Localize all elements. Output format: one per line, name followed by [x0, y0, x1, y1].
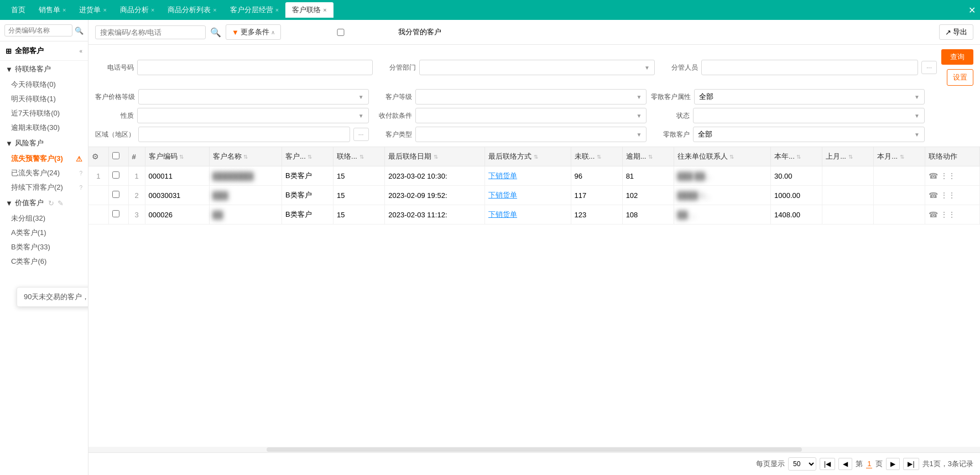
search-button[interactable]: 🔍 — [210, 27, 221, 38]
sidebar-item-churn-warning[interactable]: 流失预警客户(3) ⚠ — [0, 152, 88, 166]
col-name-sort[interactable]: ⇅ — [243, 154, 248, 160]
col-last-method-sort[interactable]: ⇅ — [534, 154, 538, 160]
filter-customer-level-select[interactable]: ▼ — [415, 89, 647, 105]
prev-page-button[interactable]: ◀ — [838, 458, 852, 470]
section-edit-icon[interactable]: ✎ — [58, 199, 64, 207]
row3-contact-icon[interactable]: ☎ — [929, 210, 938, 219]
customers-table: ⚙ # 客户编码 ⇅ 客户名称 ⇅ — [88, 147, 980, 225]
nav-tab-analysis-list[interactable]: 商品分析列表 × — [161, 2, 223, 18]
col-type-sort[interactable]: ⇅ — [307, 154, 312, 160]
sidebar-all-customers[interactable]: ⊞ 全部客户 « — [0, 41, 88, 61]
export-button[interactable]: ↗ 导出 — [939, 24, 973, 40]
row1-contact-icon[interactable]: ☎ — [929, 171, 938, 180]
row2-last-method-link[interactable]: 下销货单 — [488, 191, 517, 199]
last-page-button[interactable]: ▶| — [903, 458, 919, 470]
filter-retail-customer-select[interactable]: 全部 ▼ — [693, 127, 925, 142]
filter-price-level-select[interactable]: ▼ — [138, 89, 369, 105]
filter-dept-select[interactable]: ▼ — [419, 60, 655, 75]
row1-checkbox[interactable] — [112, 171, 119, 179]
section-label-3: 价值客户 — [15, 198, 44, 208]
row2-more-icon[interactable]: ⋮⋮ — [940, 191, 956, 200]
row3-name-blurred: ██ — [213, 211, 223, 219]
row2-checkbox[interactable] — [112, 191, 119, 198]
sidebar-item-a-class[interactable]: A类客户(1) — [0, 226, 88, 240]
first-page-button[interactable]: |◀ — [820, 458, 835, 470]
row3-more-icon[interactable]: ⋮⋮ — [940, 210, 956, 219]
filter-phone-input[interactable] — [137, 60, 373, 75]
sidebar-item-churned[interactable]: 已流失客户(24) ? — [0, 166, 88, 180]
filter-payment-select[interactable]: ▼ — [415, 108, 647, 123]
col-unit-contact-sort[interactable]: ⇅ — [729, 154, 734, 160]
sidebar-item-overdue[interactable]: 逾期未联络(30) — [0, 121, 88, 135]
table-settings-icon[interactable]: ⚙ — [92, 152, 99, 161]
nav-tab-purchase-close[interactable]: × — [103, 7, 106, 13]
col-code-sort[interactable]: ⇅ — [179, 154, 184, 160]
col-this-year-sort[interactable]: ⇅ — [796, 154, 801, 160]
col-this-year-label: 本年... — [774, 152, 795, 160]
row3-last-method-link[interactable]: 下销货单 — [488, 210, 517, 218]
filter-retail-attr-select[interactable]: 全部 ▼ — [694, 89, 925, 105]
row1-last-method: 下销货单 — [484, 166, 571, 186]
settings-button[interactable]: 设置 — [947, 69, 973, 86]
col-uncontacted-sort[interactable]: ⇅ — [597, 154, 601, 160]
nav-tab-customer-tier-close[interactable]: × — [275, 7, 279, 13]
row1-this-month — [874, 166, 925, 186]
sidebar-search-input[interactable] — [4, 24, 72, 36]
select-all-checkbox[interactable] — [112, 152, 119, 159]
my-customers-checkbox[interactable] — [285, 29, 396, 36]
row2-contact-icon[interactable]: ☎ — [929, 191, 938, 200]
filter-dept-label: 分管部门 — [377, 63, 416, 72]
sidebar-item-churned-icon: ? — [79, 170, 82, 176]
nav-tab-analysis-close[interactable]: × — [151, 7, 154, 13]
nav-tab-customer-contact-close[interactable]: × — [323, 7, 326, 13]
filter-status: 状态 ▼ — [651, 108, 925, 123]
col-contact-sort[interactable]: ⇅ — [359, 154, 364, 160]
nav-tab-customer-contact[interactable]: 客户联络 × — [285, 2, 333, 18]
row1-more-icon[interactable]: ⋮⋮ — [940, 171, 956, 180]
search-input[interactable] — [95, 25, 206, 39]
col-this-month-sort[interactable]: ⇅ — [900, 154, 904, 160]
filter-manager-select[interactable] — [701, 60, 918, 75]
sidebar-search-icon[interactable]: 🔍 — [75, 27, 84, 35]
filter-nature-select[interactable]: ▼ — [137, 108, 369, 123]
filter-status-select[interactable]: ▼ — [693, 108, 925, 123]
row3-uncontacted: 123 — [571, 205, 622, 225]
row3-checkbox[interactable] — [112, 210, 119, 217]
section-value-customers[interactable]: ▼ 价值客户 ↻ ✎ — [0, 195, 88, 211]
sidebar-item-today[interactable]: 今天待联络(0) — [0, 77, 88, 92]
sidebar-item-c-class[interactable]: C类客户(6) — [0, 254, 88, 269]
row1-unit-contact: ███ ██... — [674, 166, 770, 186]
nav-tab-sales-close[interactable]: × — [62, 7, 66, 13]
row3-action-icons: ☎ ⋮⋮ — [929, 210, 976, 219]
sidebar-item-declining[interactable]: 持续下滑客户(2) ? — [0, 180, 88, 195]
col-overdue-sort[interactable]: ⇅ — [648, 154, 653, 160]
nav-tab-sales[interactable]: 销售单 × — [32, 2, 72, 18]
query-button[interactable]: 查询 — [941, 49, 973, 65]
more-conditions-button[interactable]: ▼ 更多条件 ∧ — [226, 24, 281, 40]
sidebar-item-b-class[interactable]: B类客户(33) — [0, 240, 88, 254]
filter-customer-type-select[interactable]: ▼ — [415, 127, 647, 142]
per-page-select[interactable]: 50 100 200 — [788, 457, 816, 471]
filter-region-dots[interactable]: ··· — [353, 128, 369, 141]
sidebar-item-tomorrow[interactable]: 明天待联络(1) — [0, 92, 88, 106]
filter-region-select[interactable] — [138, 127, 350, 142]
filter-manager-dots[interactable]: ··· — [921, 61, 937, 74]
col-last-date-sort[interactable]: ⇅ — [434, 154, 438, 160]
nav-home[interactable]: 首页 — [4, 5, 32, 15]
horizontal-scrollbar[interactable] — [88, 447, 980, 452]
next-page-button[interactable]: ▶ — [886, 458, 900, 470]
nav-tab-analysis-list-close[interactable]: × — [213, 7, 216, 13]
nav-tab-customer-tier[interactable]: 客户分层经营 × — [223, 2, 285, 18]
row1-last-method-link[interactable]: 下销货单 — [488, 171, 517, 180]
row2-num — [88, 186, 108, 205]
section-risk-customers[interactable]: ▼ 风险客户 — [0, 135, 88, 152]
nav-tab-analysis[interactable]: 商品分析 × — [113, 2, 161, 18]
nav-tab-purchase[interactable]: 进货单 × — [72, 2, 113, 18]
section-pending-contact[interactable]: ▼ 待联络客户 — [0, 61, 88, 77]
close-all-button[interactable]: ✕ — [968, 5, 976, 15]
section-refresh-icon[interactable]: ↻ — [48, 199, 54, 207]
col-last-month-sort[interactable]: ⇅ — [848, 154, 853, 160]
sidebar-item-7days[interactable]: 近7天待联络(0) — [0, 106, 88, 121]
sidebar-item-ungroup[interactable]: 未分组(32) — [0, 211, 88, 226]
col-this-month-header: 本月... ⇅ — [874, 147, 925, 166]
